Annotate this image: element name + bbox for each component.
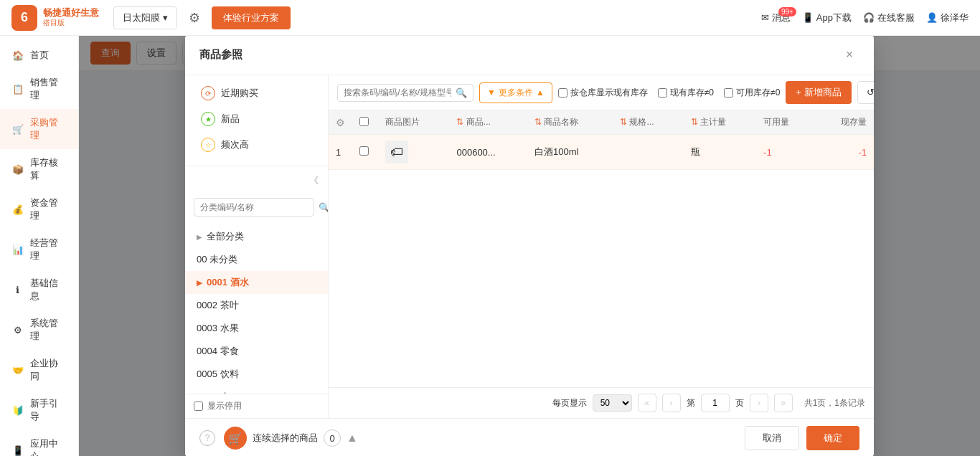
sidebar-item-sales[interactable]: 📋 销售管理 — [0, 69, 78, 109]
product-search-input[interactable] — [344, 87, 451, 98]
category-search-box: 🔍 — [185, 192, 328, 222]
collapse-cart-icon[interactable]: ▲ — [347, 432, 358, 445]
first-page-button[interactable]: « — [638, 394, 656, 412]
col-header-code: ⇅ 商品... — [449, 110, 527, 135]
sort-icon[interactable]: ⇅ — [456, 117, 463, 127]
collapse-left-panel-button[interactable]: 《 — [305, 172, 322, 189]
sidebar-item-guide[interactable]: 🔰 新手引导 — [0, 390, 78, 430]
table-header-row: ⚙ 商品图片 — [329, 110, 874, 135]
finance-icon: 💰 — [11, 203, 24, 216]
sidebar-item-finance[interactable]: 💰 资金管理 — [0, 189, 78, 229]
tab-recent-purchase[interactable]: ⟳ 近期购买 — [194, 81, 319, 105]
available-ne0-checkbox[interactable] — [724, 88, 733, 98]
next-page-button[interactable]: › — [750, 394, 768, 412]
warehouse-stock-checkbox[interactable] — [558, 88, 567, 98]
cat-item-tea[interactable]: 0002 茶叶 — [185, 294, 328, 317]
nav-store-dropdown[interactable]: 日太阳膜 ▾ — [113, 6, 177, 29]
sidebar-item-collab[interactable]: 🤝 企业协同 — [0, 350, 78, 390]
inventory-icon: 📦 — [11, 163, 24, 176]
sidebar-item-inventory[interactable]: 📦 库存核算 — [0, 149, 78, 189]
confirm-button[interactable]: 确定 — [806, 426, 859, 450]
checkbox-stock-ne0[interactable]: 现有库存≠0 — [658, 87, 714, 99]
cat-item-uncategorized[interactable]: 00 未分类 — [185, 248, 328, 271]
refresh-button[interactable]: ↺ 刷新 — [857, 81, 874, 104]
cancel-button[interactable]: 取消 — [745, 426, 799, 450]
left-panel-tabs: ⟳ 近期购买 ★ 新品 ☆ 频次高 — [185, 75, 328, 163]
filter-arrow-icon: ▲ — [536, 87, 545, 98]
sidebar-item-home[interactable]: 🏠 首页 — [0, 42, 78, 69]
filter-icon: ▼ — [487, 87, 496, 98]
category-search-icon[interactable]: 🔍 — [319, 202, 329, 213]
apps-icon: 📱 — [11, 444, 24, 456]
settings-icon[interactable]: ⚙ — [183, 6, 206, 29]
tab-frequent[interactable]: ☆ 频次高 — [194, 133, 319, 157]
product-thumbnail: 🏷 — [385, 141, 408, 163]
nav-app-download[interactable]: 📱 App下载 — [802, 11, 852, 24]
page-size-select[interactable]: 50 10 20 100 — [593, 394, 632, 412]
filter-checkboxes: 按仓库显示现有库存 现有库存≠0 可用库存≠0 — [558, 87, 781, 99]
sidebar-item-system[interactable]: ⚙ 系统管理 — [0, 310, 78, 350]
main-area: 查询 设置 刷新 商品参照 × ⟳ — [79, 36, 980, 456]
nav-message[interactable]: ✉ 消息 99+ — [761, 11, 791, 24]
logo-icon: 6 — [11, 5, 37, 31]
modal-close-button[interactable]: × — [839, 44, 859, 65]
col-header-available: 可用量 — [756, 110, 815, 135]
logo-area: 6 畅捷通好生意 搭目版 — [11, 5, 99, 31]
cat-item-water[interactable]: 0008 水 — [185, 386, 328, 394]
sidebar-item-apps[interactable]: 📱 应用中心 — [0, 430, 78, 456]
cat-item-drinks[interactable]: 0005 饮料 — [185, 363, 328, 386]
row-image-cell: 🏷 — [378, 135, 449, 170]
sidebar-item-business[interactable]: 📊 经营管理 — [0, 229, 78, 270]
col-header-name: ⇅ 商品名称 — [527, 110, 613, 135]
row-select-checkbox[interactable] — [359, 146, 369, 156]
collab-icon: 🤝 — [11, 364, 24, 376]
sidebar-item-purchase[interactable]: 🛒 采购管理 — [0, 109, 78, 149]
col-header-stock: 现存量 — [815, 110, 874, 135]
mobile-icon: 📱 — [802, 12, 814, 23]
select-all-checkbox[interactable] — [359, 117, 369, 126]
sort-spec-icon[interactable]: ⇅ — [620, 117, 627, 127]
checkbox-available-ne0[interactable]: 可用库存≠0 — [724, 87, 780, 99]
prev-page-button[interactable]: ‹ — [662, 394, 681, 412]
row-code-cell: 000600... — [449, 135, 527, 170]
product-search-icon[interactable]: 🔍 — [456, 87, 467, 98]
new-product-button[interactable]: + 新增商品 — [786, 81, 851, 104]
cat-item-fruit[interactable]: 0003 水果 — [185, 317, 328, 340]
tab-new-product[interactable]: ★ 新品 — [194, 107, 319, 131]
sort-unit-icon[interactable]: ⇅ — [691, 117, 698, 127]
nav-online-service[interactable]: 🎧 在线客服 — [863, 11, 915, 24]
sort-name-icon[interactable]: ⇅ — [534, 117, 542, 127]
new-icon: ★ — [201, 112, 215, 126]
col-header-unit: ⇅ 主计量 — [684, 110, 756, 135]
row-spec-cell — [613, 135, 684, 170]
page-number-input[interactable] — [701, 394, 730, 412]
modal-body: ⟳ 近期购买 ★ 新品 ☆ 频次高 — [185, 75, 874, 418]
table-row[interactable]: 1 🏷 000600... 白酒100ml — [329, 135, 874, 170]
column-settings-icon[interactable]: ⚙ — [336, 117, 345, 128]
cat-item-all[interactable]: ▶ 全部分类 — [185, 225, 328, 248]
col-header-spec: ⇅ 规格... — [613, 110, 684, 135]
checkbox-warehouse-stock[interactable]: 按仓库显示现有库存 — [558, 87, 648, 99]
cat-active-arrow: ▶ — [197, 279, 202, 287]
user-icon: 👤 — [926, 12, 938, 23]
help-icon[interactable]: ? — [199, 430, 215, 446]
trial-button[interactable]: 体验行业方案 — [212, 6, 291, 29]
filter-more-button[interactable]: ▼ 更多条件 ▲ — [479, 82, 552, 103]
message-icon: ✉ — [761, 12, 769, 23]
stock-ne0-checkbox[interactable] — [658, 88, 667, 98]
show-disabled-checkbox[interactable] — [194, 402, 203, 411]
sidebar-item-info[interactable]: ℹ 基础信息 — [0, 270, 78, 310]
product-table-wrapper: ⚙ 商品图片 — [329, 110, 874, 387]
cat-item-liquor[interactable]: ▶ 0001 酒水 — [185, 271, 328, 294]
sidebar: 🏠 首页 📋 销售管理 🛒 采购管理 📦 库存核算 💰 资金管理 📊 经营管理 … — [0, 36, 79, 456]
cat-item-snack[interactable]: 0004 零食 — [185, 340, 328, 363]
history-icon: ⟳ — [201, 86, 215, 100]
top-nav: 6 畅捷通好生意 搭目版 日太阳膜 ▾ ⚙ 体验行业方案 ✉ 消息 99+ 📱 … — [0, 0, 980, 36]
nav-user[interactable]: 👤 徐泽华 — [926, 11, 969, 24]
cart-icon[interactable]: 🛒 — [224, 427, 247, 450]
cart-count: 0 — [324, 429, 341, 447]
category-search-input[interactable] — [194, 198, 314, 217]
last-page-button[interactable]: » — [774, 394, 793, 412]
product-table: ⚙ 商品图片 — [329, 110, 874, 170]
row-checkbox-cell — [352, 135, 378, 170]
